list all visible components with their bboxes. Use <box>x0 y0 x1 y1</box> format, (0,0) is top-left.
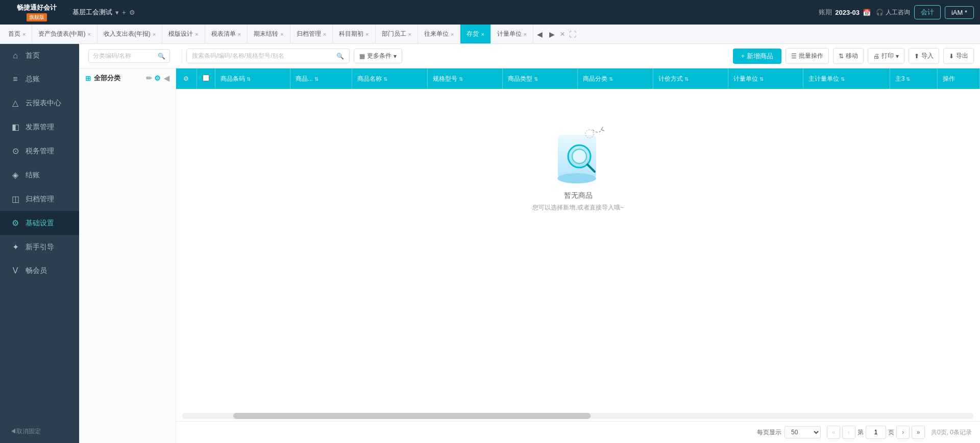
tab-period-end-close[interactable]: × <box>280 31 283 37</box>
sidebar-label-guide: 新手引导 <box>26 243 54 252</box>
iam-button[interactable]: iAM * <box>945 6 974 19</box>
svg-point-1 <box>557 173 596 183</box>
tab-inventory-label: 存货 <box>467 30 479 38</box>
settings-icon[interactable]: ⚙ <box>129 9 135 16</box>
company-selector[interactable]: 基层工会测试 ▾ + ⚙ <box>72 8 814 17</box>
tab-home[interactable]: 首页 × <box>2 25 32 43</box>
page-size-wrap: 每页显示 50 10 20 100 <box>757 426 821 438</box>
tab-period-end[interactable]: 期末结转 × <box>248 25 290 43</box>
tab-income-close[interactable]: × <box>153 31 156 37</box>
prev-page-button[interactable]: ‹ <box>842 426 855 439</box>
tab-balance-close[interactable]: × <box>87 31 90 37</box>
tab-balance[interactable]: 资产负债表(中期) × <box>32 25 97 43</box>
new-product-button[interactable]: + 新增商品 <box>733 49 781 64</box>
page-size-select[interactable]: 50 10 20 100 <box>785 426 821 438</box>
classify-search-input[interactable]: 分类编码/名称 🔍 <box>88 49 170 63</box>
empty-subtitle: 您可以选择新增,或者直接导入哦~ <box>532 203 623 212</box>
edit-category-icon[interactable]: ✏ <box>146 74 152 82</box>
first-page-button[interactable]: « <box>827 426 840 439</box>
headset-icon: 🎧 <box>876 9 884 16</box>
tab-tax-label: 税表清单 <box>211 30 236 38</box>
export-icon: ⬇ <box>949 53 954 60</box>
split-area: ⊞ 全部分类 ✏ ⚙ ◀ ⚙ <box>79 68 980 443</box>
table-col-main-unit: 主计量单位⇅ <box>803 68 890 89</box>
sidebar-item-home[interactable]: ⌂ 首页 <box>0 44 79 67</box>
tab-archive-close[interactable]: × <box>323 31 326 37</box>
tab-inventory[interactable]: 存货 × <box>460 25 491 43</box>
table-col-price-method: 计价方式⇅ <box>653 68 728 89</box>
tab-template-close[interactable]: × <box>195 31 198 37</box>
sidebar-item-invoice[interactable]: ◧ 发票管理 <box>0 115 79 139</box>
gear-icon: ⚙ <box>10 218 20 228</box>
cancel-fixed-button[interactable]: ◀取消固定 <box>0 420 79 443</box>
export-label: 导出 <box>956 52 968 60</box>
empty-title: 暂无商品 <box>564 191 593 200</box>
horizontal-scrollbar[interactable] <box>182 413 974 419</box>
sidebar-item-guide[interactable]: ✦ 新手引导 <box>0 235 79 259</box>
next-page-button[interactable]: › <box>896 426 910 439</box>
table-col-settings[interactable]: ⚙ <box>176 68 197 89</box>
tab-partner-close[interactable]: × <box>451 31 454 37</box>
main-layout: ⌂ 首页 ≡ 总账 △ 云报表中心 ◧ 发票管理 ⊙ 税务管理 ◈ 结账 ◫ 归… <box>0 44 980 443</box>
product-table: ⚙ 商品条码⇅ 商品...⇅ 商品名称⇅ <box>176 68 980 89</box>
tax-icon: ⊙ <box>10 146 20 156</box>
tab-close-all[interactable]: × <box>558 30 567 39</box>
more-filter-button[interactable]: ▦ 更多条件 ▾ <box>354 49 402 63</box>
company-name: 基层工会测试 <box>72 8 112 17</box>
tab-dept[interactable]: 部门员工 × <box>376 25 418 43</box>
export-button[interactable]: ⬇ 导出 <box>943 48 974 64</box>
main-search-input[interactable]: 搜索条码/编码/名称/规格型号/别名 🔍 <box>186 49 350 63</box>
page-number-input[interactable] <box>866 426 886 439</box>
sidebar-item-ledger[interactable]: ≡ 总账 <box>0 67 79 91</box>
page-text: 第 <box>857 428 864 437</box>
print-button[interactable]: 🖨 打印 ▾ <box>868 48 904 64</box>
tab-subject-close[interactable]: × <box>365 31 369 37</box>
sidebar-item-close[interactable]: ◈ 结账 <box>0 163 79 187</box>
tab-unit-close[interactable]: × <box>524 31 527 37</box>
tab-nav-left[interactable]: ◀ <box>533 28 546 40</box>
tab-template[interactable]: 模版设计 × <box>162 25 205 43</box>
batch-operation-button[interactable]: ☰ 批量操作 <box>786 48 829 64</box>
sidebar-item-member[interactable]: V 畅会员 <box>0 259 79 283</box>
tab-archive[interactable]: 归档管理 × <box>290 25 333 43</box>
sidebar-item-tax[interactable]: ⊙ 税务管理 <box>0 139 79 163</box>
sidebar-item-reports[interactable]: △ 云报表中心 <box>0 91 79 115</box>
tab-expand[interactable]: ⛶ <box>567 30 578 38</box>
sidebar-item-archive[interactable]: ◫ 归档管理 <box>0 187 79 211</box>
tab-tax[interactable]: 税表清单 × <box>205 25 248 43</box>
tab-dept-close[interactable]: × <box>408 31 411 37</box>
select-all-checkbox[interactable] <box>203 75 209 81</box>
chevron-down-icon: ▾ <box>394 53 397 60</box>
add-icon[interactable]: + <box>122 9 126 16</box>
sidebar-item-basic[interactable]: ⚙ 基础设置 <box>0 211 79 235</box>
tab-subject[interactable]: 科目期初 × <box>333 25 375 43</box>
page-size-label: 每页显示 <box>757 428 781 437</box>
reports-icon: △ <box>10 98 20 108</box>
tab-bar: 首页 × 资产负债表(中期) × 收入支出表(年报) × 模版设计 × 税表清单… <box>0 25 980 44</box>
tab-nav-right[interactable]: ▶ <box>546 28 558 40</box>
tab-unit[interactable]: 计量单位 × <box>491 25 533 43</box>
tab-home-close[interactable]: × <box>22 31 26 37</box>
guide-icon: ✦ <box>10 242 20 252</box>
tab-tax-close[interactable]: × <box>238 31 241 37</box>
tab-partner[interactable]: 往来单位 × <box>418 25 460 43</box>
collapse-panel-icon[interactable]: ◀ <box>164 74 169 82</box>
scrollbar-thumb[interactable] <box>233 413 591 419</box>
right-content: ⚙ 商品条码⇅ 商品...⇅ 商品名称⇅ <box>176 68 980 443</box>
tab-inventory-close[interactable]: × <box>481 31 484 37</box>
settings-category-icon[interactable]: ⚙ <box>154 74 161 82</box>
move-button[interactable]: ⇅ 移动 <box>833 48 864 64</box>
logo-title: 畅捷通好会计 <box>17 3 57 12</box>
home-icon: ⌂ <box>10 51 20 60</box>
table-col-checkbox[interactable] <box>197 68 215 89</box>
calendar-icon[interactable]: 📅 <box>863 9 871 16</box>
left-panel-actions: ✏ ⚙ <box>146 74 161 82</box>
import-button[interactable]: ⬆ 导入 <box>909 48 939 64</box>
left-panel-header: ⊞ 全部分类 ✏ ⚙ ◀ <box>79 68 176 88</box>
tab-income[interactable]: 收入支出表(年报) × <box>97 25 162 43</box>
sidebar-label-ledger: 总账 <box>26 75 40 84</box>
last-page-button[interactable]: » <box>912 426 925 439</box>
move-icon: ⇅ <box>839 53 844 60</box>
account-button[interactable]: 会计 <box>914 5 941 19</box>
support-button[interactable]: 🎧 人工咨询 <box>876 8 910 17</box>
